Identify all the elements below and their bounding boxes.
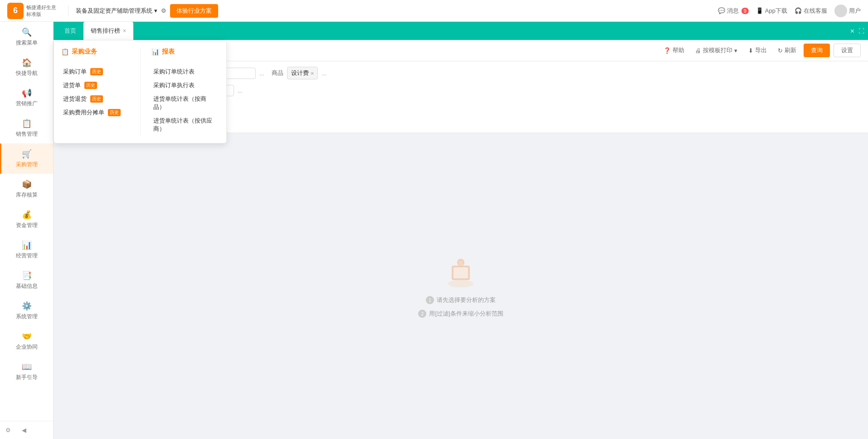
return-badge: 历史 xyxy=(90,95,103,103)
dropdown-menu: 📋 采购业务 采购订单 历史 进货单 历史 进货退货 历史 采购费用分摊单 历史… xyxy=(54,40,227,143)
tab-sales-ranking-label: 销售排行榜 xyxy=(91,27,120,35)
app-download-button[interactable]: 📱 App下载 xyxy=(756,7,787,15)
incoming-badge: 历史 xyxy=(84,82,97,89)
order-stats-label: 采购订单统计表 xyxy=(153,68,195,76)
phone-icon: 📱 xyxy=(756,7,763,14)
incoming-label: 进货单 xyxy=(63,81,81,89)
message-button[interactable]: 💬 消息 9 xyxy=(718,7,749,15)
order-exec-label: 采购订单执行表 xyxy=(153,81,195,89)
online-service-button[interactable]: 🎧 在线客服 xyxy=(795,7,827,15)
maximize-icon[interactable]: ⛶ xyxy=(858,28,864,35)
user-button[interactable]: 用户 xyxy=(834,5,861,17)
message-icon: 💬 xyxy=(718,7,725,14)
menu-divider xyxy=(140,48,141,136)
purchase-section-icon: 📋 xyxy=(61,48,69,55)
menu-item-return[interactable]: 进货退货 历史 xyxy=(61,92,129,106)
report-section: 📊 报表 采购订单统计表 采购订单执行表 进货单统计表（按商品） 进货单统计表（… xyxy=(151,48,219,136)
tab-sales-ranking[interactable]: 销售排行榜 × xyxy=(83,22,133,40)
menu-item-incoming[interactable]: 进货单 历史 xyxy=(61,79,129,92)
top-bar: 6 畅捷通好生意 标准版 装备及固定资产辅助管理系统 ▾ ⚙ 体验行业方案 💬 … xyxy=(0,0,868,22)
system-name-dropdown[interactable]: 装备及固定资产辅助管理系统 ▾ ⚙ xyxy=(76,7,166,15)
close-window-icon[interactable]: ✕ xyxy=(850,28,855,35)
expense-badge: 历史 xyxy=(108,109,121,116)
divider xyxy=(68,5,68,16)
incoming-stats-supplier-label: 进货单统计表（按供应商） xyxy=(153,117,218,133)
industry-button[interactable]: 体验行业方案 xyxy=(170,4,218,18)
avatar xyxy=(834,5,847,17)
purchase-order-badge: 历史 xyxy=(90,68,103,75)
return-label: 进货退货 xyxy=(63,95,87,103)
tab-home-label: 首页 xyxy=(64,27,76,35)
search-icon: 🔍 xyxy=(22,27,32,37)
purchase-section-title: 📋 采购业务 xyxy=(61,48,129,59)
report-section-title: 📊 报表 xyxy=(151,48,219,59)
system-name: 装备及固定资产辅助管理系统 xyxy=(76,7,152,15)
menu-item-incoming-stats-supplier[interactable]: 进货单统计表（按供应商） xyxy=(151,114,219,136)
purchase-order-label: 采购订单 xyxy=(63,68,87,76)
tab-home[interactable]: 首页 xyxy=(57,22,83,40)
report-section-icon: 📊 xyxy=(151,48,159,55)
tab-close-icon[interactable]: × xyxy=(123,28,126,34)
incoming-stats-goods-label: 进货单统计表（按商品） xyxy=(153,95,218,111)
tab-bar-controls: ✕ ⛶ xyxy=(850,28,864,35)
expense-label: 采购费用分摊单 xyxy=(63,109,104,117)
logo-text: 畅捷通好生意 标准版 xyxy=(26,4,56,17)
logo: 6 畅捷通好生意 标准版 xyxy=(7,3,61,19)
logo-icon: 6 xyxy=(7,3,24,19)
menu-item-expense[interactable]: 采购费用分摊单 历史 xyxy=(61,106,129,119)
menu-item-order-exec[interactable]: 采购订单执行表 xyxy=(151,79,219,92)
top-right: 💬 消息 9 📱 App下载 🎧 在线客服 用户 xyxy=(718,5,861,17)
menu-item-incoming-stats-goods[interactable]: 进货单统计表（按商品） xyxy=(151,92,219,114)
purchase-section: 📋 采购业务 采购订单 历史 进货单 历史 进货退货 历史 采购费用分摊单 历史 xyxy=(61,48,129,136)
tab-bar: 首页 销售排行榜 × ✕ ⛶ xyxy=(54,22,868,40)
menu-item-purchase-order[interactable]: 采购订单 历史 xyxy=(61,65,129,79)
headset-icon: 🎧 xyxy=(795,7,802,14)
chevron-down-icon: ▾ xyxy=(154,7,157,14)
gear-icon[interactable]: ⚙ xyxy=(161,7,166,14)
message-badge: 9 xyxy=(741,8,749,14)
menu-item-order-stats[interactable]: 采购订单统计表 xyxy=(151,65,219,79)
